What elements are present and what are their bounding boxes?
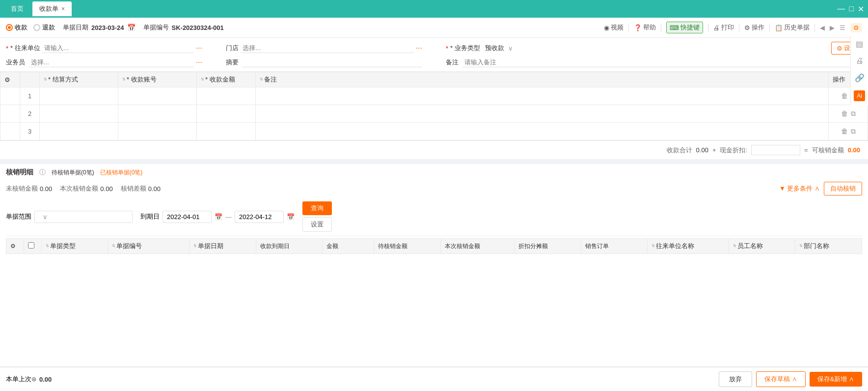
auto-verify-button[interactable]: 自动核销 [824, 182, 862, 196]
bth-partner[interactable]: ⇅ 往来单位名称 [648, 239, 729, 254]
abandon-button[interactable]: 放弃 [719, 371, 752, 387]
bth-doc-type[interactable]: ⇅ 单据类型 [42, 239, 108, 254]
due-date-start-icon[interactable]: 📅 [215, 213, 222, 221]
td-account-1[interactable] [118, 87, 197, 105]
salesman-more-btn[interactable]: ··· [196, 58, 202, 67]
delete-icon-3[interactable]: 🗑 [841, 127, 848, 136]
remark-input[interactable] [462, 57, 862, 67]
tab-active[interactable]: 收款单 × [32, 1, 72, 16]
window-close-icon[interactable]: ✕ [858, 4, 864, 14]
from-unit-input[interactable] [42, 43, 194, 53]
bth-settings[interactable]: ⚙ [6, 239, 24, 254]
bth-doc-type-label: 单据类型 [50, 242, 76, 251]
date-separator: — [225, 213, 232, 221]
discount-input[interactable] [751, 145, 800, 155]
th-account-sort[interactable]: ⇅ * 收款账号 [122, 75, 192, 84]
filter-settings-button[interactable]: 设置 [302, 217, 332, 232]
stats-row: 未核销金额 0.00 本次核销金额 0.00 核销差额 0.00 [6, 182, 161, 195]
td-settlement-1[interactable] [40, 87, 118, 105]
nav-settings-icon[interactable]: ⚙ [850, 23, 862, 32]
no-value[interactable]: SK-20230324-001 [172, 24, 224, 31]
tab-pending[interactable]: 待核销单据(0笔) [52, 168, 94, 177]
verification-section: 核销明细 ⓘ 待核销单据(0笔) 已核销单据(0笔) 未核销金额 0.00 本次… [0, 164, 868, 391]
td-account-3[interactable] [118, 123, 197, 140]
nav-list-icon[interactable]: ☰ [840, 24, 845, 31]
shop-more-btn[interactable]: ··· [416, 44, 422, 53]
copy-icon-3[interactable]: ⧉ [851, 127, 856, 136]
settings-gear-icon: ⚙ [837, 45, 842, 52]
sidebar-print-icon[interactable]: 🖨 [856, 56, 864, 65]
save-new-button[interactable]: 保存&新增 ∧ [810, 372, 862, 387]
range-select[interactable]: ∨ [34, 211, 133, 223]
th-no [20, 72, 40, 87]
td-settlement-3[interactable] [40, 123, 118, 140]
table-section: ⚙ ⇅ * 结算方式 ⇅ * 收款账号 [0, 72, 868, 140]
action-help[interactable]: ❓ 帮助 [634, 23, 656, 32]
tab-home[interactable]: 首页 [4, 1, 30, 16]
sidebar-table-icon[interactable]: ▤ [856, 39, 863, 49]
bth-doc-date[interactable]: ⇅ 单据日期 [190, 239, 256, 254]
delete-icon-2[interactable]: 🗑 [841, 110, 848, 118]
td-settings-1 [0, 87, 20, 105]
save-draft-label: 保存草稿 ∧ [764, 375, 797, 384]
stat-this-verify-value: 0.00 [100, 185, 112, 193]
more-filter-btn[interactable]: ▼ 更多条件 ∧ [779, 184, 820, 193]
sidebar-link-icon[interactable]: 🔗 [855, 73, 865, 83]
query-button[interactable]: 查询 [302, 201, 332, 215]
verification-info-icon[interactable]: ⓘ [39, 168, 46, 177]
stat-diff-value: 0.00 [148, 185, 161, 193]
action-ops[interactable]: ⚙ 操作 [744, 23, 764, 32]
save-draft-button[interactable]: 保存草稿 ∧ [756, 371, 806, 387]
tab-close-icon[interactable]: × [61, 5, 65, 12]
shortcut-label: 快捷键 [680, 23, 700, 32]
date-value[interactable]: 2023-03-24 [91, 24, 124, 31]
from-unit-more-btn[interactable]: ··· [196, 44, 202, 53]
tab-verified[interactable]: 已核销单据(0笔) [100, 168, 143, 177]
td-settlement-2[interactable] [40, 105, 118, 123]
due-date-start[interactable] [163, 211, 212, 223]
sort-icon-settlement: ⇅ [44, 78, 47, 82]
td-amount-3[interactable] [197, 123, 256, 140]
nav-prev-icon[interactable]: ◀ [820, 24, 825, 31]
bth-dept[interactable]: ⇅ 部门名称 [795, 239, 862, 254]
copy-icon-2[interactable]: ⧉ [851, 110, 856, 118]
td-account-2[interactable] [118, 105, 197, 123]
action-history[interactable]: 📋 历史单据 [775, 23, 810, 32]
select-all-checkbox[interactable] [28, 242, 34, 249]
bth-doc-no[interactable]: ⇅ 单据编号 [108, 239, 190, 254]
bottom-table-header-row: ⚙ ⇅ 单据类型 ⇅ 单据编号 [6, 239, 862, 254]
window-maximize-icon[interactable]: □ [849, 4, 854, 13]
th-settlement-sort[interactable]: ⇅ * 结算方式 [44, 75, 114, 84]
range-select-arrow: ∨ [43, 213, 48, 221]
td-remark-1[interactable] [256, 87, 829, 105]
divider3 [708, 24, 708, 31]
nav-next-icon[interactable]: ▶ [830, 24, 835, 31]
th-remark-sort[interactable]: ⇅ 备注 [260, 75, 824, 84]
th-settings[interactable]: ⚙ [0, 72, 20, 87]
due-date-end-icon[interactable]: 📅 [287, 213, 295, 221]
shop-input[interactable] [241, 43, 414, 53]
bth-employee[interactable]: ⇅ 员工名称 [729, 239, 795, 254]
biz-type-arrow[interactable]: ∨ [508, 45, 513, 52]
radio-tuikuan[interactable]: 退款 [33, 23, 55, 32]
sidebar-ai-icon[interactable]: Ai [854, 90, 865, 101]
due-date-end[interactable] [235, 211, 284, 223]
biz-type-required: * [446, 45, 448, 52]
td-amount-2[interactable] [197, 105, 256, 123]
th-settlement: ⇅ * 结算方式 [40, 72, 118, 87]
date-label: 单据日期 [63, 23, 88, 32]
td-remark-3[interactable] [256, 123, 829, 140]
summary-input[interactable] [243, 57, 422, 67]
td-amount-1[interactable] [197, 87, 256, 105]
delete-icon-1[interactable]: 🗑 [841, 92, 848, 100]
date-calendar-icon[interactable]: 📅 [127, 24, 136, 31]
th-amount-sort[interactable]: ⇅ * 收款金额 [201, 75, 251, 84]
window-minimize-icon[interactable]: — [837, 4, 845, 13]
radio-shoukuan[interactable]: 收款 [6, 23, 27, 32]
td-remark-2[interactable] [256, 105, 829, 123]
action-shortcut[interactable]: ⌨ 快捷键 [666, 22, 703, 33]
action-print[interactable]: 🖨 打印 [713, 23, 734, 32]
salesman-input[interactable] [29, 57, 194, 67]
action-video[interactable]: ◉ 视频 [604, 23, 624, 32]
sort-icon-account: ⇅ [122, 78, 126, 82]
